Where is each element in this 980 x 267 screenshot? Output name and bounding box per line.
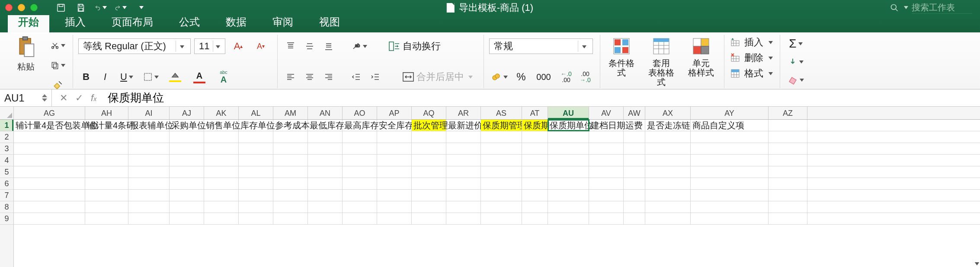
cell-AX1[interactable]: 是否走冻链 xyxy=(645,120,691,131)
cell-AZ2[interactable] xyxy=(769,131,807,143)
increase-font-button[interactable]: A▴ xyxy=(229,38,248,54)
format-cells-button[interactable]: 格式 xyxy=(730,67,773,80)
cell-AX3[interactable] xyxy=(645,143,691,154)
conditional-format-button[interactable]: 条件格式 xyxy=(605,36,637,87)
cell-AV4[interactable] xyxy=(589,155,624,166)
cell-AM4[interactable] xyxy=(273,155,308,166)
font-size-combo[interactable]: 11 xyxy=(194,38,225,54)
cell-AU6[interactable] xyxy=(548,178,589,189)
cell-AI7[interactable] xyxy=(128,190,170,201)
cell-AJ9[interactable] xyxy=(170,213,204,224)
currency-button[interactable] xyxy=(489,69,510,85)
cell-AI8[interactable] xyxy=(128,201,170,213)
cell-AH3[interactable] xyxy=(85,143,128,154)
align-right-button[interactable] xyxy=(321,69,336,85)
cell-AR7[interactable] xyxy=(446,190,481,201)
cell-AP2[interactable] xyxy=(377,131,412,143)
cell-AW5[interactable] xyxy=(624,166,645,178)
row-header-5[interactable]: 5 xyxy=(0,166,13,178)
cell-AT6[interactable] xyxy=(522,178,548,189)
autosave-icon[interactable] xyxy=(55,2,67,14)
cell-AG6[interactable] xyxy=(14,178,85,189)
cell-AI6[interactable] xyxy=(128,178,170,189)
cell-AJ7[interactable] xyxy=(170,190,204,201)
column-header-AU[interactable]: AU xyxy=(548,107,589,119)
cell-AN3[interactable] xyxy=(308,143,343,154)
row-header-9[interactable]: 9 xyxy=(0,213,13,225)
format-painter-button[interactable] xyxy=(50,77,66,93)
cell-AU5[interactable] xyxy=(548,166,589,178)
cell-AY4[interactable] xyxy=(691,155,769,166)
row-header-7[interactable]: 7 xyxy=(0,190,13,201)
cell-AU8[interactable] xyxy=(548,201,589,213)
cell-AT4[interactable] xyxy=(522,155,548,166)
row-header-8[interactable]: 8 xyxy=(0,201,13,213)
row-header-2[interactable]: 2 xyxy=(0,131,13,143)
cell-AY7[interactable] xyxy=(691,190,769,201)
cancel-formula-icon[interactable]: ✕ xyxy=(60,92,67,104)
cells-area[interactable]: 辅计量4是否包装单位辅计量4条码报表辅单位采购单位销售单位库存单位参考成本最低库… xyxy=(14,120,980,267)
spreadsheet-grid[interactable]: AGAHAIAJAKALAMANAOAPAQARASATAUAVAWAXAYAZ… xyxy=(0,107,980,267)
column-header-AN[interactable]: AN xyxy=(308,107,343,119)
cell-AQ7[interactable] xyxy=(412,190,446,201)
column-header-AW[interactable]: AW xyxy=(624,107,645,119)
column-header-AS[interactable]: AS xyxy=(481,107,522,119)
cell-AN5[interactable] xyxy=(308,166,343,178)
cell-AS9[interactable] xyxy=(481,213,522,224)
cell-AY8[interactable] xyxy=(691,201,769,213)
cell-AV9[interactable] xyxy=(589,213,624,224)
cell-AL2[interactable] xyxy=(239,131,273,143)
cell-AW7[interactable] xyxy=(624,190,645,201)
cell-AO8[interactable] xyxy=(343,201,377,213)
cell-AW4[interactable] xyxy=(624,155,645,166)
cell-AM5[interactable] xyxy=(273,166,308,178)
fx-icon[interactable]: fx xyxy=(91,92,96,104)
format-as-table-button[interactable]: 套用 表格格式 xyxy=(645,36,677,87)
cell-AK9[interactable] xyxy=(204,213,239,224)
cell-AK5[interactable] xyxy=(204,166,239,178)
cell-AO9[interactable] xyxy=(343,213,377,224)
cell-AN6[interactable] xyxy=(308,178,343,189)
align-center-button[interactable] xyxy=(302,69,317,85)
cell-AV6[interactable] xyxy=(589,178,624,189)
cell-AP5[interactable] xyxy=(377,166,412,178)
column-header-AY[interactable]: AY xyxy=(691,107,769,119)
cell-AV7[interactable] xyxy=(589,190,624,201)
cell-AS6[interactable] xyxy=(481,178,522,189)
cell-AZ6[interactable] xyxy=(769,178,807,189)
cell-AG4[interactable] xyxy=(14,155,85,166)
cut-button[interactable] xyxy=(50,38,66,53)
cell-AX7[interactable] xyxy=(645,190,691,201)
underline-button[interactable]: U xyxy=(116,69,137,85)
column-header-AH[interactable]: AH xyxy=(85,107,128,119)
cell-AY3[interactable] xyxy=(691,143,769,154)
cell-AI9[interactable] xyxy=(128,213,170,224)
cell-AS7[interactable] xyxy=(481,190,522,201)
tab-开始[interactable]: 开始 xyxy=(8,13,49,32)
cell-AH1[interactable]: 辅计量4条码 xyxy=(85,120,128,131)
cell-AI4[interactable] xyxy=(128,155,170,166)
cell-AS8[interactable] xyxy=(481,201,522,213)
cell-AO1[interactable]: 最高库存 xyxy=(343,120,377,131)
cell-AV5[interactable] xyxy=(589,166,624,178)
cell-AQ8[interactable] xyxy=(412,201,446,213)
cell-AK6[interactable] xyxy=(204,178,239,189)
cell-AZ1[interactable] xyxy=(769,120,807,131)
column-header-AR[interactable]: AR xyxy=(446,107,481,119)
cell-AS3[interactable] xyxy=(481,143,522,154)
align-top-button[interactable] xyxy=(283,38,298,54)
merge-center-button[interactable]: 合并后居中 xyxy=(399,69,477,85)
cell-AZ8[interactable] xyxy=(769,201,807,213)
align-bottom-button[interactable] xyxy=(321,38,336,54)
cell-AG2[interactable] xyxy=(14,131,85,143)
orientation-button[interactable]: ab xyxy=(349,38,369,54)
wrap-text-button[interactable]: 自动换行 xyxy=(385,38,445,54)
cell-AP6[interactable] xyxy=(377,178,412,189)
tab-审阅[interactable]: 审阅 xyxy=(262,13,304,32)
name-box-stepper[interactable] xyxy=(42,94,47,102)
italic-button[interactable]: I xyxy=(97,69,113,85)
tab-页面布局[interactable]: 页面布局 xyxy=(101,13,163,32)
column-header-AP[interactable]: AP xyxy=(377,107,412,119)
column-header-AO[interactable]: AO xyxy=(343,107,377,119)
autosum-button[interactable]: Σ xyxy=(785,36,806,51)
